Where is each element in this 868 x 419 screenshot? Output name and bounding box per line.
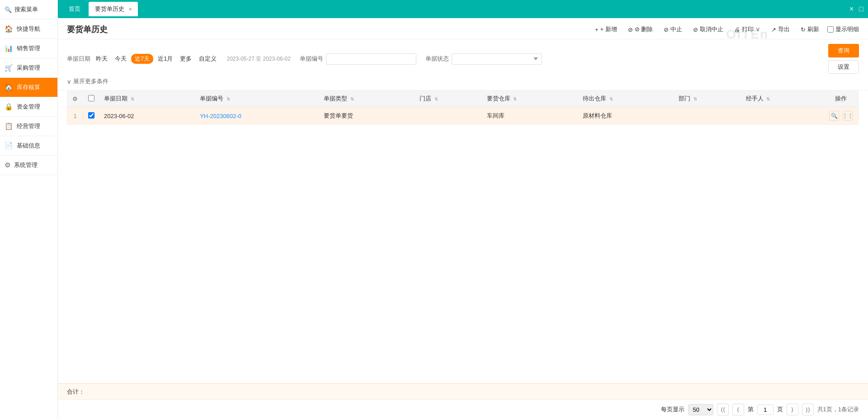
row-order-no: YH-20230602-0 bbox=[195, 107, 319, 125]
table-col-department: 部门 ⇅ bbox=[674, 90, 741, 107]
page-size-select[interactable]: 50 10 20 100 bbox=[688, 404, 713, 415]
sidebar-item-shortcut[interactable]: 🏠 快捷导航 bbox=[0, 19, 57, 39]
date-filter-label: 单据日期 bbox=[67, 55, 90, 63]
table-col-checkbox bbox=[83, 90, 99, 107]
page-next-btn[interactable]: ⟩ bbox=[787, 404, 798, 415]
date-option-7days[interactable]: 近7天 bbox=[131, 54, 153, 64]
sidebar-item-label: 资金管理 bbox=[17, 103, 40, 111]
row-checkbox[interactable] bbox=[88, 112, 94, 119]
page-last-btn[interactable]: ⟩⟩ bbox=[802, 404, 814, 415]
row-index: 1 bbox=[67, 107, 83, 125]
sidebar-item-system[interactable]: ⚙ 系统管理 bbox=[0, 156, 57, 175]
sidebar-item-label: 快捷导航 bbox=[17, 25, 40, 33]
row-department bbox=[674, 107, 741, 125]
export-icon: ↗ bbox=[771, 26, 776, 33]
sidebar-item-basic[interactable]: 📄 基础信息 bbox=[0, 136, 57, 156]
system-icon: ⚙ bbox=[5, 161, 10, 169]
search-icon: 🔍 bbox=[5, 6, 12, 13]
row-edit-btn[interactable]: ⋮⋮ bbox=[843, 111, 853, 121]
table-col-type: 单据类型 ⇅ bbox=[319, 90, 415, 107]
status-select[interactable] bbox=[452, 53, 542, 65]
date-option-today[interactable]: 今天 bbox=[112, 54, 129, 64]
sidebar-item-label: 库存核算 bbox=[17, 83, 40, 91]
sidebar-item-label: 基础信息 bbox=[17, 142, 40, 150]
stop-button[interactable]: ⊘ 中止 bbox=[661, 24, 685, 35]
order-no-filter: 单据编号 bbox=[300, 53, 416, 65]
sidebar-search-label: 搜索菜单 bbox=[14, 5, 38, 14]
toolbar: + + 新增 ⊘ ⊘ 删除 ⊘ 中止 ⊘ 取消中止 🖨 打印 ∨ bbox=[592, 24, 859, 35]
page-number-input[interactable] bbox=[757, 405, 774, 415]
select-all-checkbox[interactable] bbox=[88, 95, 94, 101]
sidebar-search[interactable]: 🔍 搜索菜单 bbox=[0, 0, 57, 19]
inventory-icon: 🏠 bbox=[5, 83, 13, 91]
table-container: ⚙ 单据日期 ⇅ 单据编号 ⇅ 单据类型 ⇅ 门店 ⇅ 要货仓库 ⇅ 待出仓库 … bbox=[58, 90, 868, 383]
table-col-req-warehouse: 要货仓库 ⇅ bbox=[482, 90, 578, 107]
page-prev-btn[interactable]: ⟨ bbox=[732, 404, 744, 415]
display-detail-label: 显示明细 bbox=[835, 25, 859, 33]
window-maximize-icon[interactable]: □ bbox=[859, 5, 863, 13]
data-table: ⚙ 单据日期 ⇅ 单据编号 ⇅ 单据类型 ⇅ 门店 ⇅ 要货仓库 ⇅ 待出仓库 … bbox=[67, 90, 859, 125]
content-area: 要货单历史 + + 新增 ⊘ ⊘ 删除 ⊘ 中止 ⊘ 取消中止 bbox=[58, 18, 868, 419]
purchase-icon: 🛒 bbox=[5, 64, 13, 72]
table-col-settings[interactable]: ⚙ bbox=[67, 90, 83, 107]
refresh-button[interactable]: ↻ 刷新 bbox=[798, 24, 822, 35]
page-label2: 页 bbox=[777, 405, 783, 414]
table-col-handler: 经手人 ⇅ bbox=[741, 90, 823, 107]
order-no-label: 单据编号 bbox=[300, 55, 323, 63]
sidebar-item-inventory[interactable]: 🏠 库存核算 bbox=[0, 78, 57, 97]
sales-icon: 📊 bbox=[5, 44, 13, 52]
print-button[interactable]: 🖨 打印 ∨ bbox=[731, 24, 763, 35]
row-checkbox-cell bbox=[83, 107, 99, 125]
table-row: 1 2023-06-02 YH-20230602-0 要货单要货 车间库 原材料… bbox=[67, 107, 859, 125]
row-actions: 🔍 ⋮⋮ bbox=[823, 107, 859, 125]
date-filter: 单据日期 昨天 今天 近7天 近1月 更多 自定义 2023-05-27 至 2… bbox=[67, 54, 291, 64]
tab-active[interactable]: 要货单历史 × bbox=[89, 2, 138, 16]
page-first-btn[interactable]: ⟨⟨ bbox=[717, 404, 729, 415]
display-detail-toggle[interactable]: 显示明细 bbox=[827, 25, 859, 33]
cancel-stop-button[interactable]: ⊘ 取消中止 bbox=[690, 24, 726, 35]
query-button[interactable]: 查询 bbox=[828, 44, 859, 57]
total-info: 共1页，1条记录 bbox=[817, 405, 859, 414]
new-button[interactable]: + + 新增 bbox=[592, 24, 620, 35]
basic-icon: 📄 bbox=[5, 142, 13, 150]
tab-home-label: 首页 bbox=[69, 5, 80, 13]
status-label: 单据状态 bbox=[425, 55, 449, 63]
tab-active-label: 要货单历史 bbox=[95, 5, 124, 13]
tab-home[interactable]: 首页 bbox=[62, 2, 87, 16]
sidebar-item-sales[interactable]: 📊 销售管理 bbox=[0, 39, 57, 58]
sidebar-item-label: 销售管理 bbox=[17, 44, 40, 52]
page-header: 要货单历史 + + 新增 ⊘ ⊘ 删除 ⊘ 中止 ⊘ 取消中止 bbox=[58, 18, 868, 39]
new-icon: + bbox=[595, 26, 599, 33]
window-close-icon[interactable]: × bbox=[849, 5, 854, 13]
status-filter: 单据状态 bbox=[425, 53, 542, 65]
order-no-input[interactable] bbox=[326, 53, 416, 65]
row-handler bbox=[741, 107, 823, 125]
table-col-date: 单据日期 ⇅ bbox=[99, 90, 195, 107]
date-option-more[interactable]: 更多 bbox=[177, 54, 194, 64]
sidebar-item-finance[interactable]: 🔒 资金管理 bbox=[0, 97, 57, 117]
row-req-warehouse: 车间库 bbox=[482, 107, 578, 125]
sidebar-item-purchase[interactable]: 🛒 采购管理 bbox=[0, 58, 57, 78]
expand-icon: ∨ bbox=[67, 78, 71, 85]
table-col-order-no: 单据编号 ⇅ bbox=[195, 90, 319, 107]
date-option-yesterday[interactable]: 昨天 bbox=[93, 54, 110, 64]
display-detail-checkbox[interactable] bbox=[827, 26, 834, 33]
sidebar: 🔍 搜索菜单 🏠 快捷导航 📊 销售管理 🛒 采购管理 🏠 库存核算 🔒 资金管… bbox=[0, 0, 58, 419]
date-option-1month[interactable]: 近1月 bbox=[155, 54, 175, 64]
expand-more-btn[interactable]: ∨ 展开更多条件 bbox=[67, 77, 859, 86]
summary-label: 合计： bbox=[67, 388, 85, 396]
table-body: 1 2023-06-02 YH-20230602-0 要货单要货 车间库 原材料… bbox=[67, 107, 859, 125]
refresh-icon: ↻ bbox=[801, 26, 806, 33]
row-view-btn[interactable]: 🔍 bbox=[829, 111, 839, 121]
print-icon: 🖨 bbox=[734, 26, 740, 33]
export-button[interactable]: ↗ 导出 bbox=[769, 24, 793, 35]
expand-label: 展开更多条件 bbox=[73, 77, 108, 86]
date-option-custom[interactable]: 自定义 bbox=[196, 54, 219, 64]
delete-button[interactable]: ⊘ ⊘ 删除 bbox=[625, 24, 656, 35]
tab-close-icon[interactable]: × bbox=[129, 6, 132, 12]
order-no-link[interactable]: YH-20230602-0 bbox=[200, 113, 241, 119]
sidebar-item-label: 经营管理 bbox=[17, 122, 40, 130]
sidebar-item-operations[interactable]: 📋 经营管理 bbox=[0, 117, 57, 136]
page-title: 要货单历史 bbox=[67, 24, 108, 35]
settings-button[interactable]: 设置 bbox=[828, 60, 859, 74]
